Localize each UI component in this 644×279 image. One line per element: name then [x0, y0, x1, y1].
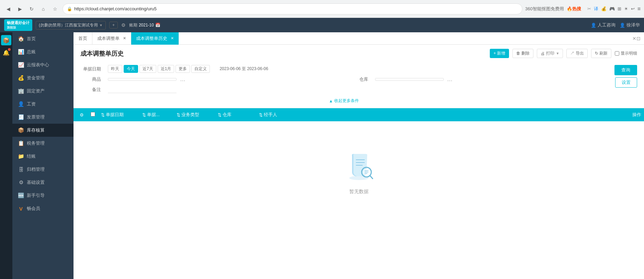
settings-icon-btn[interactable]: ⚙ — [121, 22, 126, 28]
print-label: 打印 — [546, 51, 554, 56]
calendar-icon[interactable]: 📅 — [155, 23, 160, 27]
warehouse-more-dots[interactable]: … — [447, 76, 453, 82]
sidebar-label-vip: 畅会员 — [27, 205, 40, 212]
sidebar-item-tax[interactable]: 📋 税务管理 — [12, 137, 74, 150]
tab-cost-adjust-history[interactable]: 成本调整单历史 ✕ — [131, 32, 179, 45]
date-btn-today[interactable]: 今天 — [124, 65, 138, 73]
date-btn-1month[interactable]: 近1月 — [158, 65, 174, 73]
show-columns-input[interactable] — [615, 51, 619, 56]
print-btn[interactable]: 🖨 打印 ▼ — [537, 49, 563, 58]
tab-bar-right: ✕ ⊡ — [632, 36, 644, 41]
empty-text: 暂无数据 — [349, 189, 369, 195]
sidebar-item-inventory[interactable]: 📦 库存核算 — [12, 124, 74, 137]
period-label: 账期 — [129, 22, 137, 28]
date-btn-custom[interactable]: 自定义 — [191, 65, 210, 73]
home-button[interactable]: ⌂ — [38, 4, 48, 14]
sidebar-item-ledger[interactable]: 📊 总账 — [12, 45, 74, 58]
tab-home[interactable]: 首页 — [74, 32, 92, 45]
empty-illustration — [342, 149, 376, 183]
company-selector[interactable]: (勿删勿禁用）江西服宝测试专用 ▼ — [36, 21, 106, 30]
user-name[interactable]: 👤 徐泽华 — [620, 22, 640, 28]
tab-cost-adjust[interactable]: 成本调整单 ✕ — [92, 32, 131, 45]
export-btn[interactable]: ↗ 导出 — [566, 49, 587, 58]
sidebar-item-home[interactable]: 🏠 首页 — [12, 32, 74, 45]
invoice-icon: 🧾 — [18, 114, 24, 120]
show-columns-checkbox[interactable]: 显示明细 — [615, 51, 637, 56]
goods-select[interactable] — [108, 78, 177, 81]
date-filter-label: 单据日期 — [80, 66, 101, 72]
sidebar-label-finance: 资金管理 — [27, 75, 45, 81]
th-type[interactable]: ⇅ 业务类型 — [174, 112, 215, 118]
restore-tabs-btn[interactable]: ⊡ — [636, 36, 641, 41]
sidebar-label-guide: 新手引导 — [27, 192, 45, 199]
th-checkbox[interactable] — [87, 112, 98, 118]
icon-sidebar-notification[interactable]: 🔔 — [1, 47, 11, 58]
ledger-icon: 📊 — [18, 49, 24, 55]
tab-cost-adjust-close[interactable]: ✕ — [123, 36, 126, 41]
guide-icon: 🆕 — [18, 192, 24, 199]
notes-input[interactable] — [108, 86, 177, 93]
sidebar-item-vip[interactable]: V 畅会员 — [12, 202, 74, 215]
collapse-button[interactable]: ▲ 收起更多条件 — [80, 97, 608, 104]
address-bar[interactable]: 🔒 https://cloud.chanjet.com/accounting/u… — [63, 3, 522, 14]
th-person[interactable]: ⇅ 经手人 — [256, 112, 297, 118]
sidebar-item-finance[interactable]: 💰 资金管理 — [12, 71, 74, 85]
forward-button[interactable]: ▶ — [15, 4, 25, 14]
sidebar-item-closing[interactable]: 📁 结账 — [12, 150, 74, 163]
setting-button[interactable]: 设置 — [615, 77, 637, 88]
add-company-btn[interactable]: + — [109, 22, 118, 29]
add-btn[interactable]: + 新增 — [490, 49, 509, 58]
th-type-text: 业务类型 — [181, 112, 199, 118]
th-date-label: ⇅ — [101, 112, 105, 118]
user-service[interactable]: 👤 人工咨询 — [591, 22, 615, 28]
logo-text: 畅捷通好会计 — [7, 20, 30, 25]
th-warehouse[interactable]: ⇅ 仓库 — [215, 112, 256, 118]
th-date[interactable]: ⇅ 单据日期 — [98, 112, 139, 118]
refresh-btn[interactable]: ↻ 刷新 — [591, 49, 611, 58]
delete-btn[interactable]: 🗑 删除 — [512, 49, 533, 58]
service-label: 人工咨询 — [598, 22, 615, 28]
date-btn-7days[interactable]: 近7天 — [139, 65, 156, 73]
sidebar-item-guide[interactable]: 🆕 新手引导 — [12, 189, 74, 202]
tool-menu[interactable]: ≡ — [637, 6, 641, 12]
date-btn-more[interactable]: 更多 — [176, 65, 190, 73]
sidebar-item-archive[interactable]: 🗄 归档管理 — [12, 163, 74, 176]
app-bar-right: 👤 人工咨询 👤 徐泽华 — [591, 22, 640, 28]
date-btn-yesterday[interactable]: 昨天 — [108, 65, 122, 73]
th-num-text: 单据... — [147, 112, 160, 118]
sidebar-item-reports[interactable]: 📈 云报表中心 — [12, 58, 74, 71]
th-warehouse-text: 仓库 — [223, 112, 231, 118]
back-button[interactable]: ◀ — [3, 4, 13, 14]
sidebar-item-salary[interactable]: 👤 工资 — [12, 98, 74, 111]
goods-more-dots[interactable]: … — [180, 76, 185, 82]
th-ops-text: 操作 — [632, 112, 641, 117]
sidebar-item-assets[interactable]: 🏢 固定资产 — [12, 85, 74, 98]
tab-home-label: 首页 — [78, 35, 87, 42]
query-button[interactable]: 查询 — [614, 65, 637, 75]
lock-icon: 🔒 — [67, 7, 72, 11]
page-actions: + 新增 🗑 删除 🖨 打印 ▼ ↗ 导出 ↻ 刷新 显示明细 — [490, 49, 637, 58]
warehouse-select[interactable] — [375, 78, 444, 81]
app-bar: 畅捷通好会计 旗舰版 (勿删勿禁用）江西服宝测试专用 ▼ + ⚙ 账期 2021… — [0, 18, 644, 32]
th-number[interactable]: ⇅ 单据... — [139, 112, 174, 118]
tool-wallet: 💰 — [601, 6, 607, 11]
show-columns-label: 显示明细 — [621, 51, 637, 56]
app-bar-left: 畅捷通好会计 旗舰版 (勿删勿禁用）江西服宝测试专用 ▼ + ⚙ 账期 2021… — [4, 19, 160, 31]
sidebar-item-settings[interactable]: ⚙ 基础设置 — [12, 176, 74, 189]
sidebar-label-tax: 税务管理 — [27, 140, 45, 146]
icon-sidebar-active-item[interactable]: 📦 — [1, 35, 11, 45]
company-name: (勿删勿禁用）江西服宝测试专用 — [39, 22, 98, 28]
select-all-checkbox[interactable] — [91, 112, 95, 116]
home-icon: 🏠 — [18, 36, 24, 42]
th-type-sort: ⇅ — [177, 112, 180, 118]
tab-cost-adjust-history-close[interactable]: ✕ — [171, 36, 174, 41]
tool-grid: ⊞ — [618, 6, 621, 11]
refresh-button[interactable]: ↻ — [27, 4, 36, 14]
close-all-tabs-btn[interactable]: ✕ — [632, 36, 636, 41]
th-settings[interactable]: ⚙ — [76, 112, 87, 118]
star-button[interactable]: ☆ — [50, 4, 60, 14]
icon-sidebar: 📦 🔔 — [0, 32, 12, 279]
collapse-label: 收起更多条件 — [334, 98, 359, 104]
sidebar-label-settings: 基础设置 — [27, 179, 45, 186]
sidebar-item-invoice[interactable]: 🧾 发票管理 — [12, 111, 74, 124]
